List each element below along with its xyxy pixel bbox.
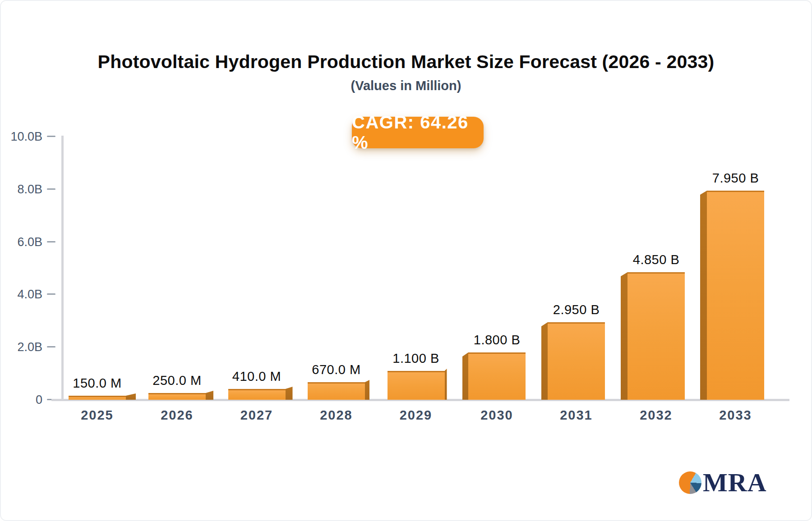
bar-side-face-2026 xyxy=(206,391,213,400)
y-axis-line xyxy=(61,136,64,401)
chart-title: Photovoltaic Hydrogen Production Market … xyxy=(1,51,811,73)
brand-logo-text: MRA xyxy=(703,470,767,496)
bar-2026 xyxy=(148,393,206,400)
x-axis-label-2033: 2033 xyxy=(696,408,775,423)
bar-side-face-2027 xyxy=(286,387,293,400)
bar-2025 xyxy=(69,396,126,400)
y-axis-tick-mark xyxy=(47,188,55,190)
chart-canvas: Photovoltaic Hydrogen Production Market … xyxy=(0,0,812,521)
y-axis-tick-label: 4.0B xyxy=(1,287,42,302)
x-axis-label-2032: 2032 xyxy=(617,408,696,423)
y-axis-tick-label: 10.0B xyxy=(1,129,42,144)
bar-2027 xyxy=(228,389,286,400)
x-axis-label-2028: 2028 xyxy=(297,408,376,423)
y-axis-tick-label: 6.0B xyxy=(1,235,42,249)
bar-2032 xyxy=(627,272,685,400)
bar-side-face-2030 xyxy=(462,352,468,400)
bar-side-face-2032 xyxy=(621,272,627,400)
bar-value-label-2032: 4.850 B xyxy=(607,252,706,269)
bar-side-face-2028 xyxy=(365,380,369,400)
y-axis-tick-label: 0 xyxy=(1,393,42,407)
x-axis-label-2029: 2029 xyxy=(376,408,456,423)
y-axis-tick-mark xyxy=(47,136,55,137)
bar-2028 xyxy=(308,382,365,400)
y-axis-tick-label: 8.0B xyxy=(1,182,42,197)
bar-value-label-2031: 2.950 B xyxy=(527,302,626,319)
bar-2030 xyxy=(468,352,526,400)
x-axis-label-2030: 2030 xyxy=(457,408,537,423)
bar-value-label-2030: 1.800 B xyxy=(448,333,547,349)
bar-value-label-2033: 7.950 B xyxy=(686,171,785,187)
cagr-badge: CAGR: 64.26 % xyxy=(352,117,484,148)
bar-value-label-2029: 1.100 B xyxy=(366,351,466,367)
x-axis-label-2026: 2026 xyxy=(138,408,217,423)
bar-2033 xyxy=(707,191,764,400)
bar-side-face-2031 xyxy=(541,322,548,400)
bar-2031 xyxy=(548,322,605,400)
x-axis-label-2025: 2025 xyxy=(58,408,137,423)
y-axis-tick-mark xyxy=(47,293,55,295)
brand-logo: MRA xyxy=(679,470,767,496)
bar-side-face-2025 xyxy=(126,393,136,400)
y-axis-tick-mark xyxy=(47,346,55,347)
bar-side-face-2033 xyxy=(700,191,707,400)
y-axis-tick-mark xyxy=(47,241,55,242)
chart-subtitle: (Values in Million) xyxy=(1,78,811,93)
bar-2029 xyxy=(388,371,445,400)
x-axis-label-2031: 2031 xyxy=(537,408,616,423)
y-axis-tick-label: 2.0B xyxy=(1,340,42,354)
bar-side-face-2029 xyxy=(445,369,447,400)
x-axis-label-2027: 2027 xyxy=(217,408,296,423)
pie-chart-logo-icon xyxy=(679,471,701,494)
